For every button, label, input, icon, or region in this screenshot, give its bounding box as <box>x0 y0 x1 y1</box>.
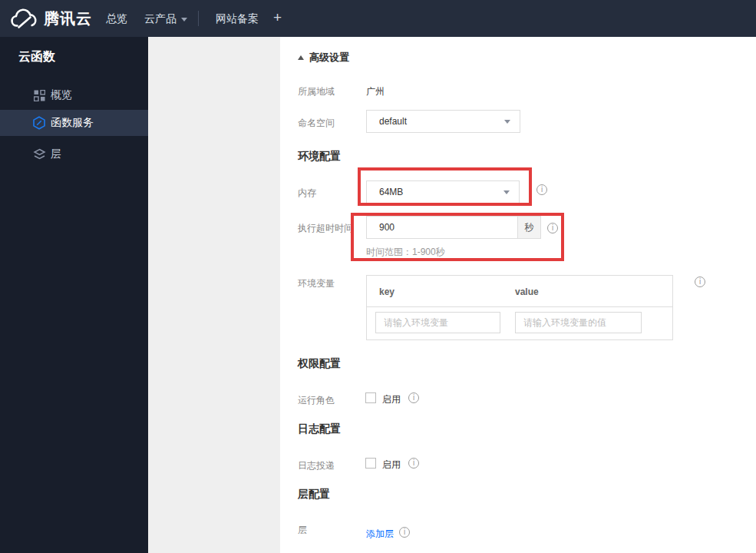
run-role-label: 运行角色 <box>298 394 335 407</box>
section-layer-config: 层配置 <box>298 488 330 502</box>
cloud-logo-icon <box>11 7 37 30</box>
run-role-info-icon[interactable]: i <box>408 392 419 403</box>
memory-select[interactable]: 64MB <box>366 180 520 204</box>
nav-divider <box>198 11 199 26</box>
grid-icon <box>32 88 46 102</box>
env-value-input[interactable] <box>515 312 642 333</box>
timeout-input-group: 秒 <box>366 216 541 239</box>
collapse-up-icon <box>298 55 304 60</box>
add-layer-info-icon[interactable]: i <box>399 527 410 538</box>
env-vars-info-icon[interactable]: i <box>695 276 705 287</box>
sidebar-title: 云函数 <box>18 49 55 65</box>
run-role-checkbox[interactable] <box>365 392 376 403</box>
log-delivery-checkbox[interactable] <box>365 458 376 469</box>
nav-website-beian[interactable]: 网站备案 <box>216 0 259 37</box>
namespace-label: 命名空间 <box>298 117 335 130</box>
tencent-cloud-logo[interactable]: 腾讯云 <box>11 7 92 30</box>
timeout-label: 执行超时时间 <box>298 222 353 235</box>
advanced-settings-toggle[interactable]: 高级设置 <box>298 51 349 65</box>
layers-icon <box>32 147 46 161</box>
log-delivery-label: 日志投递 <box>298 459 335 472</box>
sidebar-item-overview[interactable]: 概览 <box>0 82 148 108</box>
timeout-unit-suffix: 秒 <box>517 217 540 238</box>
memory-info-icon[interactable]: i <box>536 184 547 195</box>
section-log-config: 日志配置 <box>298 422 341 436</box>
env-value-header: value <box>515 286 539 297</box>
log-delivery-enable-label[interactable]: 启用 <box>382 459 401 472</box>
layer-label: 层 <box>298 524 307 537</box>
timeout-info-icon[interactable]: i <box>547 223 558 233</box>
timeout-range-hint: 时间范围：1-900秒 <box>366 246 445 259</box>
sidebar-item-label: 函数服务 <box>51 116 94 130</box>
sidebar-item-label: 概览 <box>51 88 72 102</box>
env-vars-label: 环境变量 <box>298 277 335 290</box>
env-vars-table: key value <box>366 275 673 340</box>
brand-name: 腾讯云 <box>44 8 92 29</box>
main-content: 高级设置 所属地域 广州 命名空间 default 环境配置 内存 64MB i… <box>280 37 756 553</box>
secondary-panel <box>148 37 280 553</box>
sidebar-item-function-service[interactable]: 函数服务 <box>0 110 148 136</box>
function-hexagon-icon <box>32 116 46 130</box>
region-value: 广州 <box>366 85 385 98</box>
env-key-input[interactable] <box>375 312 500 333</box>
sidebar-item-layers[interactable]: 层 <box>0 141 148 167</box>
nav-overview[interactable]: 总览 <box>106 0 127 37</box>
nav-cloud-products[interactable]: 云产品 <box>144 0 187 37</box>
top-navbar: 腾讯云 总览 云产品 网站备案 + <box>0 0 756 37</box>
timeout-input[interactable] <box>367 217 517 238</box>
env-key-header: key <box>379 286 395 297</box>
nav-add-tab-button[interactable]: + <box>273 0 282 37</box>
dropdown-arrow-icon <box>504 120 510 124</box>
dropdown-arrow-icon <box>503 190 510 194</box>
sidebar: 云函数 概览 函数服务 层 <box>0 37 148 553</box>
section-env-config: 环境配置 <box>298 150 341 164</box>
namespace-select[interactable]: default <box>366 110 520 133</box>
add-layer-link[interactable]: 添加层 <box>366 528 394 541</box>
section-permission-config: 权限配置 <box>298 357 341 371</box>
region-label: 所属地域 <box>298 85 335 98</box>
chevron-down-icon <box>181 18 187 22</box>
log-delivery-info-icon[interactable]: i <box>408 458 419 469</box>
table-header-divider <box>367 306 672 307</box>
sidebar-item-label: 层 <box>51 147 61 161</box>
memory-label: 内存 <box>298 187 316 200</box>
namespace-selected-value: default <box>379 116 407 127</box>
memory-selected-value: 64MB <box>379 187 403 197</box>
run-role-enable-label[interactable]: 启用 <box>382 393 401 406</box>
